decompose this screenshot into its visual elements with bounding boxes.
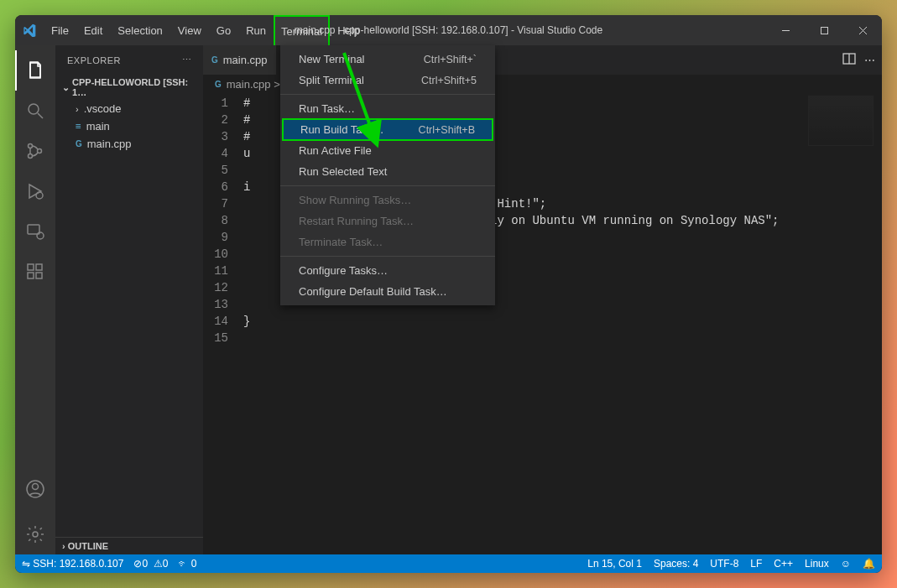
encoding[interactable]: UTF-8 [710, 558, 738, 570]
warning-icon: ⚠ [154, 558, 163, 570]
menu-item-run-selected-text[interactable]: Run Selected Text [280, 161, 495, 182]
minimize-button[interactable] [766, 15, 805, 45]
cpp-file-icon: G [76, 139, 82, 148]
svg-rect-11 [36, 264, 42, 270]
split-editor-icon[interactable] [842, 52, 856, 68]
menu-item-terminate-task: Terminate Task… [280, 232, 495, 252]
vscode-window: File Edit Selection View Go Run Terminal… [15, 15, 882, 573]
svg-point-1 [29, 104, 39, 114]
tree-file-main[interactable]: ≡ main [55, 117, 203, 135]
menu-selection[interactable]: Selection [110, 15, 169, 45]
tree-file-main-cpp[interactable]: G main.cpp [55, 135, 203, 153]
sidebar-header: EXPLORER ⋯ [55, 45, 203, 75]
chevron-right-icon: › [76, 104, 79, 114]
sidebar: EXPLORER ⋯ ⌄ CPP-HELLOWORLD [SSH: 1… › .… [55, 45, 203, 554]
tab-actions: ⋯ [836, 45, 882, 75]
feedback-icon[interactable]: ☺ [841, 558, 851, 570]
sidebar-title: EXPLORER [67, 55, 121, 65]
outline-section[interactable]: › OUTLINE [55, 537, 203, 554]
os-indicator[interactable]: Linux [805, 558, 829, 570]
chevron-down-icon: ⌄ [62, 82, 70, 93]
terminal-menu-dropdown: New TerminalCtrl+Shift+`Split TerminalCt… [280, 45, 495, 305]
workspace-root[interactable]: ⌄ CPP-HELLOWORLD [SSH: 1… [55, 75, 203, 100]
tree-folder-vscode[interactable]: › .vscode [55, 100, 203, 117]
language-mode[interactable]: C++ [774, 558, 793, 570]
activity-bar [15, 45, 55, 554]
svg-rect-10 [36, 273, 42, 278]
cpp-file-icon: G [215, 80, 222, 89]
tree-label: main.cpp [87, 138, 132, 150]
vscode-logo-icon [15, 23, 44, 37]
settings-gear-icon[interactable] [15, 514, 55, 554]
menu-item-show-running-tasks: Show Running Tasks… [280, 190, 495, 211]
svg-rect-0 [821, 27, 827, 34]
svg-point-13 [33, 484, 39, 490]
search-icon[interactable] [15, 91, 55, 131]
explorer-icon[interactable] [15, 50, 55, 91]
menu-item-new-terminal[interactable]: New TerminalCtrl+Shift+` [280, 49, 495, 70]
window-controls [766, 15, 882, 45]
svg-point-4 [38, 149, 42, 154]
maximize-button[interactable] [805, 15, 843, 45]
menu-go[interactable]: Go [209, 15, 238, 45]
binary-file-icon: ≡ [76, 121, 81, 132]
minimap[interactable] [808, 96, 874, 146]
tab-label: main.cpp [223, 54, 268, 66]
menu-item-split-terminal[interactable]: Split TerminalCtrl+Shift+5 [280, 70, 495, 91]
tree-label: main [86, 120, 110, 133]
menu-item-restart-running-task: Restart Running Task… [280, 211, 495, 232]
menu-item-configure-tasks[interactable]: Configure Tasks… [280, 260, 495, 281]
remote-indicator[interactable]: ⇋ SSH: 192.168.0.107 [22, 558, 123, 570]
menu-item-run-build-task[interactable]: Run Build Task…Ctrl+Shift+B [282, 118, 493, 141]
source-control-icon[interactable] [15, 131, 55, 171]
menu-file[interactable]: File [44, 15, 76, 45]
svg-rect-9 [28, 273, 34, 278]
svg-rect-6 [28, 225, 39, 234]
remote-icon: ⇋ [22, 558, 30, 570]
menu-item-run-task[interactable]: Run Task… [280, 98, 495, 119]
menu-item-configure-default-build-task[interactable]: Configure Default Build Task… [280, 281, 495, 302]
svg-point-5 [36, 192, 43, 199]
cpp-file-icon: G [211, 55, 218, 65]
more-icon[interactable]: ⋯ [182, 55, 192, 65]
notifications-icon[interactable]: 🔔 [863, 558, 875, 570]
accounts-icon[interactable] [15, 469, 55, 509]
indentation[interactable]: Spaces: 4 [654, 558, 698, 570]
remote-explorer-icon[interactable] [15, 211, 55, 252]
problems-indicator[interactable]: ⊘0 ⚠0 [133, 558, 168, 570]
extensions-icon[interactable] [15, 252, 55, 292]
window-title: main.cpp - cpp-helloworld [SSH: 192.168.… [295, 24, 602, 36]
more-actions-icon[interactable]: ⋯ [864, 54, 875, 66]
line-numbers: 123456789101112131415 [203, 93, 243, 554]
svg-rect-8 [28, 264, 34, 270]
radio-tower-icon: ᯤ [178, 558, 188, 570]
svg-point-2 [29, 144, 33, 148]
ports-indicator[interactable]: ᯤ 0 [178, 558, 196, 570]
tree-label: .vscode [84, 102, 122, 115]
workspace-root-label: CPP-HELLOWORLD [SSH: 1… [72, 77, 196, 97]
remote-label: SSH: 192.168.0.107 [33, 558, 123, 570]
menu-run[interactable]: Run [238, 15, 274, 45]
outline-label: OUTLINE [68, 541, 108, 551]
eol[interactable]: LF [750, 558, 762, 570]
menu-edit[interactable]: Edit [76, 15, 110, 45]
tab-main-cpp-1[interactable]: G main.cpp [203, 45, 277, 75]
svg-point-14 [33, 532, 38, 537]
statusbar: ⇋ SSH: 192.168.0.107 ⊘0 ⚠0 ᯤ 0 Ln 15, Co… [15, 554, 882, 573]
titlebar: File Edit Selection View Go Run Terminal… [15, 15, 882, 45]
error-icon: ⊘ [133, 558, 142, 570]
close-button[interactable] [843, 15, 882, 45]
chevron-right-icon: › [62, 541, 65, 551]
run-debug-icon[interactable] [15, 171, 55, 211]
cursor-position[interactable]: Ln 15, Col 1 [587, 558, 642, 570]
menu-item-run-active-file[interactable]: Run Active File [280, 140, 495, 161]
svg-point-3 [29, 154, 33, 159]
svg-point-7 [37, 232, 44, 239]
menu-view[interactable]: View [170, 15, 209, 45]
